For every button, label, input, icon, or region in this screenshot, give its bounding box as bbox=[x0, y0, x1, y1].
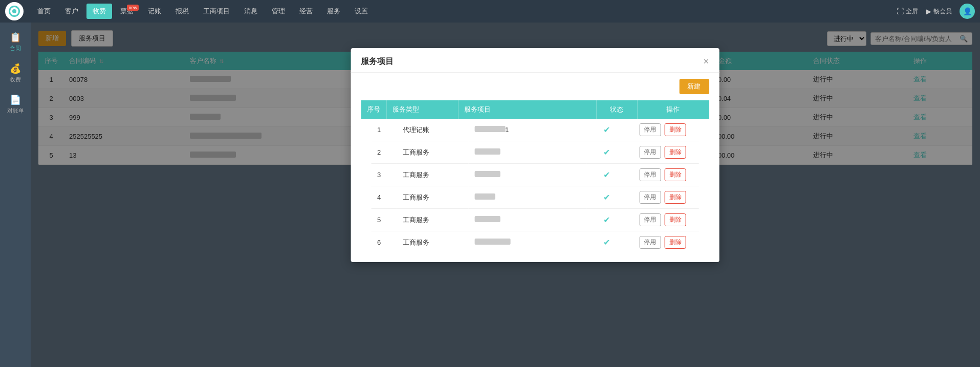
delete-button[interactable]: 删除 bbox=[665, 146, 686, 159]
avatar-icon: 👤 bbox=[963, 7, 972, 15]
member-button[interactable]: ▶ 畅会员 bbox=[926, 7, 952, 16]
cell-status-check: ✔ bbox=[586, 186, 627, 209]
cell-item bbox=[468, 231, 586, 252]
fullscreen-button[interactable]: ⛶ 全屏 bbox=[897, 7, 918, 16]
nav-operation[interactable]: 经营 bbox=[293, 4, 319, 19]
stop-button[interactable]: 停用 bbox=[639, 123, 661, 136]
cell-item bbox=[468, 141, 586, 164]
cell-item bbox=[468, 209, 586, 231]
cell-type: 工商服务 bbox=[397, 231, 468, 252]
delete-button[interactable]: 删除 bbox=[665, 236, 686, 249]
stop-button[interactable]: 停用 bbox=[639, 191, 661, 204]
main-layout: 📋 合同 💰 收费 📄 对账单 新增 服务项目 进行中 已完成 全部 bbox=[0, 23, 980, 367]
logo bbox=[5, 2, 24, 20]
sidebar-item-statement[interactable]: 📄 对账单 bbox=[2, 90, 29, 119]
cell-type: 代理记账 bbox=[397, 119, 468, 141]
nav-manage[interactable]: 管理 bbox=[266, 4, 291, 19]
service-modal: 服务项目 × 新建 序号 服务类型 服务项目 状态 操作 bbox=[351, 48, 719, 262]
nav-right: ⛶ 全屏 ▶ 畅会员 👤 bbox=[897, 4, 975, 19]
nav-home[interactable]: 首页 bbox=[31, 4, 57, 19]
modal-table-row: 3 工商服务 ✔ 停用 删除 bbox=[371, 164, 699, 186]
nav-items: 首页 客户 收费 票据 new 记账 报税 工商项目 消息 管理 经营 服务 设… bbox=[31, 4, 897, 19]
cell-type: 工商服务 bbox=[397, 164, 468, 186]
delete-button[interactable]: 删除 bbox=[665, 123, 686, 136]
modal-table: 序号 服务类型 服务项目 状态 操作 bbox=[361, 100, 709, 119]
stop-button[interactable]: 停用 bbox=[639, 168, 661, 181]
sidebar-item-fee[interactable]: 💰 收费 bbox=[2, 59, 29, 88]
nav-business[interactable]: 工商项目 bbox=[197, 4, 236, 19]
modal-close-button[interactable]: × bbox=[704, 56, 709, 67]
avatar[interactable]: 👤 bbox=[960, 4, 975, 19]
cell-status-check: ✔ bbox=[586, 141, 627, 164]
modal-new-button[interactable]: 新建 bbox=[679, 79, 709, 94]
cell-status-check: ✔ bbox=[586, 231, 627, 252]
contract-icon: 📋 bbox=[10, 32, 21, 43]
nav-settings[interactable]: 设置 bbox=[349, 4, 374, 19]
modal-table-row: 6 工商服务 ✔ 停用 删除 bbox=[371, 231, 699, 252]
modal-col-action: 操作 bbox=[637, 100, 709, 119]
modal-header: 服务项目 × bbox=[351, 48, 719, 73]
sidebar-item-contract[interactable]: 📋 合同 bbox=[2, 28, 29, 56]
nav-accounting[interactable]: 记账 bbox=[142, 4, 167, 19]
modal-table-row: 2 工商服务 ✔ 停用 删除 bbox=[371, 141, 699, 164]
cell-type: 工商服务 bbox=[397, 209, 468, 231]
modal-scroll-area[interactable]: 1 代理记账 1 ✔ 停用 删除 2 工商服务 bbox=[361, 119, 709, 252]
modal-col-seq: 序号 bbox=[361, 100, 386, 119]
nav-message[interactable]: 消息 bbox=[238, 4, 264, 19]
nav-fee[interactable]: 收费 bbox=[86, 4, 112, 19]
modal-data-table: 1 代理记账 1 ✔ 停用 删除 2 工商服务 bbox=[371, 119, 699, 252]
cell-actions: 停用 删除 bbox=[627, 119, 699, 141]
fee-icon: 💰 bbox=[10, 63, 21, 74]
modal-table-row: 1 代理记账 1 ✔ 停用 删除 bbox=[371, 119, 699, 141]
cell-status-check: ✔ bbox=[586, 164, 627, 186]
nav-service[interactable]: 服务 bbox=[321, 4, 346, 19]
video-icon: ▶ bbox=[926, 7, 931, 15]
modal-table-row: 5 工商服务 ✔ 停用 删除 bbox=[371, 209, 699, 231]
stop-button[interactable]: 停用 bbox=[639, 213, 661, 226]
cell-actions: 停用 删除 bbox=[627, 186, 699, 209]
cell-item: 1 bbox=[468, 119, 586, 141]
modal-col-item: 服务项目 bbox=[458, 100, 596, 119]
nav-invoice[interactable]: 票据 new bbox=[114, 4, 140, 19]
cell-actions: 停用 删除 bbox=[627, 141, 699, 164]
new-badge: new bbox=[127, 5, 139, 11]
modal-col-type: 服务类型 bbox=[386, 100, 458, 119]
cell-actions: 停用 删除 bbox=[627, 164, 699, 186]
delete-button[interactable]: 删除 bbox=[665, 213, 686, 226]
modal-table-row: 4 工商服务 ✔ 停用 删除 bbox=[371, 186, 699, 209]
cell-actions: 停用 删除 bbox=[627, 209, 699, 231]
fullscreen-icon: ⛶ bbox=[897, 7, 904, 15]
cell-item bbox=[468, 164, 586, 186]
cell-type: 工商服务 bbox=[397, 141, 468, 164]
modal-col-status: 状态 bbox=[596, 100, 637, 119]
cell-status-check: ✔ bbox=[586, 119, 627, 141]
modal-title: 服务项目 bbox=[361, 56, 394, 67]
cell-type: 工商服务 bbox=[397, 186, 468, 209]
delete-button[interactable]: 删除 bbox=[665, 168, 686, 181]
modal-toolbar: 新建 bbox=[351, 73, 719, 100]
cell-status-check: ✔ bbox=[586, 209, 627, 231]
top-nav: 首页 客户 收费 票据 new 记账 报税 工商项目 消息 管理 经营 服务 设… bbox=[0, 0, 980, 23]
statement-icon: 📄 bbox=[10, 94, 21, 105]
sidebar: 📋 合同 💰 收费 📄 对账单 bbox=[0, 23, 31, 367]
cell-actions: 停用 删除 bbox=[627, 231, 699, 252]
nav-tax[interactable]: 报税 bbox=[169, 4, 195, 19]
stop-button[interactable]: 停用 bbox=[639, 146, 661, 159]
main-content: 新增 服务项目 进行中 已完成 全部 🔍 序号 合 bbox=[31, 23, 980, 367]
nav-customer[interactable]: 客户 bbox=[59, 4, 84, 19]
stop-button[interactable]: 停用 bbox=[639, 236, 661, 249]
cell-item bbox=[468, 186, 586, 209]
delete-button[interactable]: 删除 bbox=[665, 191, 686, 204]
